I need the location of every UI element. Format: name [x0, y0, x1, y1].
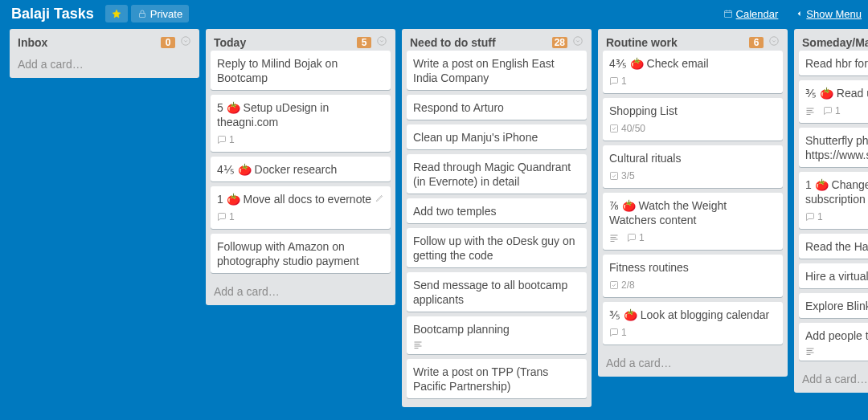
- card[interactable]: Follow up with the oDesk guy on getting …: [407, 228, 587, 267]
- card[interactable]: Read through Magic Quandrant (in Evernot…: [407, 154, 587, 194]
- card[interactable]: Add people to M website: [799, 323, 868, 361]
- card[interactable]: ⅗ 🍅 Look at blogging calendar1: [603, 302, 783, 345]
- list-count-badge: 5: [357, 37, 371, 48]
- privacy-label: Private: [150, 8, 182, 20]
- pencil-icon[interactable]: [371, 190, 387, 206]
- list-name[interactable]: Routine work: [606, 36, 749, 49]
- card[interactable]: 1 🍅 Change Napster subscription to M1: [799, 172, 868, 229]
- list-header: Someday/Maybe: [794, 29, 868, 51]
- card[interactable]: 4⅗ 🍅 Check email1: [603, 51, 783, 93]
- list-name[interactable]: Someday/Maybe: [802, 36, 868, 49]
- add-card-button[interactable]: Add a card…: [794, 367, 868, 393]
- svg-rect-10: [611, 125, 618, 133]
- card[interactable]: Add two temples: [407, 198, 587, 223]
- card-badges: [805, 346, 868, 356]
- card-title: 1 🍅 Change Napster subscription to M: [805, 177, 868, 206]
- card-title: Write a post on TPP (Trans Pacific Partn…: [413, 365, 580, 393]
- card[interactable]: 4⅕ 🍅 Docker research: [211, 157, 391, 181]
- calendar-link[interactable]: Calendar: [723, 8, 779, 20]
- card[interactable]: 1 🍅 Move all docs to evernote1: [211, 186, 391, 229]
- card[interactable]: Read the Habits: [799, 234, 868, 259]
- card[interactable]: Bootcamp planning: [407, 316, 587, 354]
- list-count-badge: 0: [161, 37, 175, 48]
- lock-icon: [137, 9, 147, 18]
- svg-rect-11: [611, 173, 618, 180]
- card[interactable]: Clean up Manju's iPhone: [407, 124, 587, 149]
- card[interactable]: Fitness routines2/8: [603, 255, 783, 297]
- card[interactable]: Respond to Arturo: [407, 95, 587, 120]
- card[interactable]: 5 🍅 Setup uDesign in theagni.com1: [211, 95, 391, 152]
- card-title: 4⅕ 🍅 Docker research: [217, 162, 384, 177]
- card-badges: 2/8: [609, 278, 776, 292]
- checklist-badge: 40/50: [609, 121, 645, 136]
- comment-badge: 1: [217, 133, 235, 147]
- card-badges: 3/5: [609, 169, 776, 183]
- list-menu-icon[interactable]: [376, 35, 387, 49]
- card[interactable]: Cultural rituals3/5: [603, 145, 783, 188]
- star-icon: [112, 9, 121, 18]
- card[interactable]: ⅗ 🍅 Read up on1: [799, 80, 868, 123]
- list-menu-icon[interactable]: [572, 35, 583, 49]
- checklist-badge: 2/8: [609, 278, 635, 292]
- card[interactable]: Shopping List40/50: [603, 98, 783, 141]
- board-canvas[interactable]: Inbox0Add a card…Today5Reply to Milind B…: [0, 26, 868, 420]
- card[interactable]: Hire a virtual assistant: [799, 263, 868, 288]
- svg-rect-18: [807, 108, 814, 109]
- privacy-button[interactable]: Private: [131, 5, 189, 22]
- list-cards: Reply to Milind Bojak on Bootcamp5 🍅 Set…: [206, 51, 395, 279]
- card[interactable]: Shutterfly photo https://www.shutterfly …: [799, 128, 868, 167]
- list-name[interactable]: Today: [214, 36, 357, 49]
- list: Need to do stuff28Write a post on Englis…: [402, 29, 592, 407]
- card-title: Fitness routines: [609, 260, 776, 275]
- card[interactable]: Read hbr for 30 minutes: [799, 51, 868, 75]
- card[interactable]: ⅞ 🍅 Watch the Weight Watchers content1: [603, 193, 783, 250]
- svg-rect-25: [807, 354, 811, 355]
- list-menu-icon[interactable]: [768, 35, 780, 49]
- svg-rect-12: [611, 235, 618, 236]
- card-title: Follow up with the oDesk guy on getting …: [413, 234, 580, 263]
- list: Someday/MaybeRead hbr for 30 minutes⅗ 🍅 …: [794, 29, 868, 393]
- description-icon: [609, 233, 619, 243]
- card-title: Cultural rituals: [609, 151, 776, 165]
- list-header: Today5: [206, 29, 395, 51]
- star-button[interactable]: [105, 5, 128, 22]
- card-title: Read hbr for 30 minutes: [805, 56, 868, 71]
- add-card-button[interactable]: Add a card…: [10, 52, 199, 78]
- card[interactable]: Explore Blinkist - summarie: [799, 293, 868, 318]
- svg-rect-5: [415, 342, 422, 343]
- svg-rect-0: [139, 14, 145, 18]
- card-badges: 1: [609, 74, 776, 88]
- board-header: Balaji Tasks Private Calendar Show Menu: [0, 0, 868, 26]
- card[interactable]: Write a post on English East India Compa…: [407, 51, 587, 90]
- card[interactable]: Write a post on TPP (Trans Pacific Partn…: [407, 359, 587, 398]
- svg-rect-8: [415, 348, 419, 349]
- svg-rect-16: [611, 282, 618, 289]
- list-name[interactable]: Need to do stuff: [410, 36, 552, 49]
- card[interactable]: Send message to all bootcamp applicants: [407, 272, 587, 312]
- add-card-button[interactable]: Add a card…: [598, 351, 788, 377]
- card-title: 4⅗ 🍅 Check email: [609, 56, 776, 71]
- add-card-button[interactable]: Add a card…: [402, 404, 592, 407]
- svg-rect-15: [611, 241, 615, 242]
- list-menu-icon[interactable]: [180, 35, 191, 49]
- add-card-button[interactable]: Add a card…: [206, 279, 395, 305]
- card-title: 5 🍅 Setup uDesign in theagni.com: [217, 100, 384, 129]
- calendar-icon: [723, 9, 733, 18]
- card[interactable]: Followup with Amazon on photography stud…: [211, 234, 391, 273]
- show-menu-link[interactable]: Show Menu: [806, 8, 862, 20]
- card-title: ⅞ 🍅 Watch the Weight Watchers content: [609, 198, 776, 227]
- card-badges: 1: [805, 210, 868, 224]
- chevron-left-icon: [796, 9, 803, 18]
- list: Today5Reply to Milind Bojak on Bootcamp5…: [206, 29, 395, 305]
- card[interactable]: Reply to Milind Bojak on Bootcamp: [211, 51, 391, 90]
- svg-rect-24: [807, 353, 814, 353]
- list-cards: 4⅗ 🍅 Check email1Shopping List40/50Cultu…: [598, 51, 788, 351]
- svg-rect-20: [807, 112, 814, 113]
- list-name[interactable]: Inbox: [18, 36, 161, 49]
- card-title: ⅗ 🍅 Read up on: [805, 86, 868, 100]
- svg-rect-19: [807, 110, 813, 111]
- card-badges: 40/50: [609, 121, 776, 136]
- comment-badge: 1: [627, 230, 645, 245]
- svg-rect-22: [807, 349, 814, 349]
- list-count-badge: 28: [552, 37, 567, 48]
